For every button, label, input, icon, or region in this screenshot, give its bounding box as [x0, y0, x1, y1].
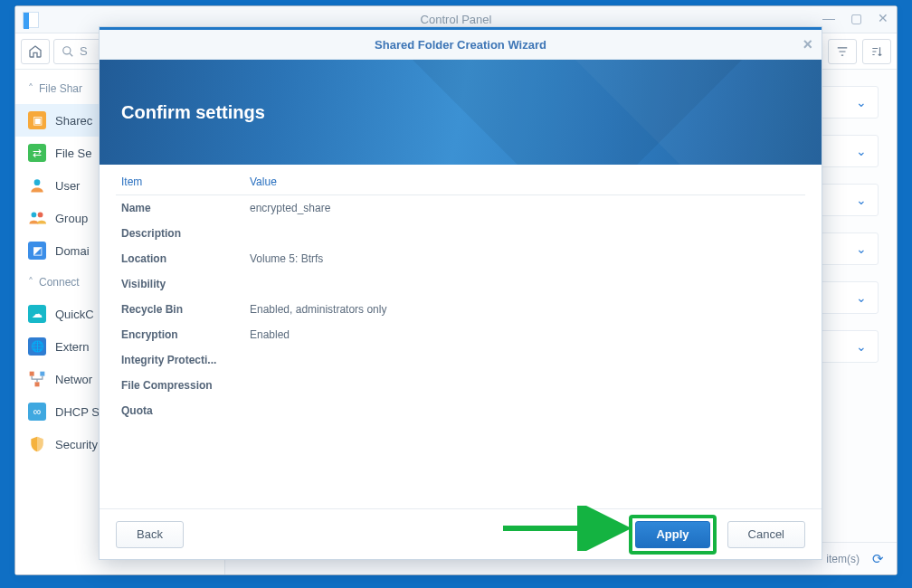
grid-row: File Compression [116, 373, 805, 398]
cell-label: Integrity Protecti... [116, 354, 248, 366]
svg-point-3 [38, 213, 43, 218]
sidebar-item-label: Security [55, 438, 98, 451]
cell-label: Encryption [116, 328, 248, 341]
dhcp-icon: ∞ [28, 403, 46, 421]
close-icon[interactable]: × [803, 35, 812, 54]
svg-rect-5 [40, 372, 44, 376]
section-label: Connect [39, 276, 80, 289]
back-button[interactable]: Back [116, 521, 184, 548]
globe-icon: 🌐 [28, 337, 46, 356]
dialog-footer: Back Apply Cancel [100, 508, 822, 559]
chevron-up-icon: ˄ [28, 82, 33, 95]
sidebar-item-label: User [55, 179, 80, 193]
home-button[interactable] [21, 39, 50, 64]
chevron-down-icon: ⌄ [856, 193, 867, 207]
chevron-down-icon: ⌄ [856, 95, 867, 109]
sort-button[interactable] [862, 39, 891, 64]
grid-row: Description [116, 221, 805, 246]
cell-label: Quota [116, 404, 248, 417]
chevron-down-icon: ⌄ [856, 290, 867, 305]
shield-icon [28, 435, 46, 453]
minimize-icon[interactable]: — [821, 10, 837, 26]
section-label: File Shar [39, 82, 82, 95]
cancel-button[interactable]: Cancel [727, 521, 805, 548]
svg-point-1 [34, 179, 41, 185]
sidebar-item-label: Domai [55, 244, 90, 258]
window-controls: — ▢ ✕ [821, 10, 891, 26]
home-icon [28, 44, 43, 59]
cell-label: Recycle Bin [116, 303, 248, 316]
cell-label: Description [116, 227, 248, 240]
dialog-body: Item Value Nameencrypted_share Descripti… [100, 165, 822, 508]
grid-row: Visibility [116, 271, 805, 297]
app-icon [23, 12, 39, 28]
grid-row: LocationVolume 5: Btrfs [116, 246, 805, 271]
cell-label: Name [116, 202, 248, 214]
search-icon [62, 45, 74, 58]
svg-rect-4 [30, 372, 34, 376]
grid-row: Quota [116, 398, 805, 423]
sidebar-item-label: QuickC [55, 308, 94, 321]
filter-icon [836, 45, 849, 58]
chevron-down-icon: ⌄ [856, 242, 867, 256]
apply-button[interactable]: Apply [635, 521, 709, 548]
items-count: item(s) [826, 553, 860, 565]
sidebar-item-label: Group [55, 212, 88, 225]
sidebar-item-label: DHCP S [55, 405, 100, 419]
dialog-title-text: Shared Folder Creation Wizard [375, 38, 546, 52]
grid-row: Integrity Protecti... [116, 347, 805, 373]
grid-row: Nameencrypted_share [116, 195, 805, 221]
cell-value: Enabled [248, 328, 805, 341]
network-icon [28, 370, 46, 388]
svg-rect-6 [35, 382, 40, 386]
chevron-down-icon: ⌄ [856, 144, 867, 158]
maximize-icon[interactable]: ▢ [848, 10, 864, 26]
column-value[interactable]: Value [248, 175, 805, 188]
chevron-down-icon: ⌄ [856, 339, 867, 354]
grid-header: Item Value [116, 168, 805, 195]
grid-row: EncryptionEnabled [116, 322, 805, 347]
group-icon [28, 209, 46, 227]
chevron-up-icon: ˄ [28, 276, 33, 289]
dialog-hero: Confirm settings [100, 60, 822, 165]
cell-label: Location [116, 252, 248, 265]
user-icon [28, 176, 46, 194]
svg-point-2 [32, 213, 37, 218]
cell-value: encrypted_share [248, 202, 805, 214]
cell-value: Enabled, administrators only [248, 303, 805, 316]
refresh-button[interactable]: ⟳ [872, 551, 884, 567]
cloud-icon: ☁ [28, 305, 46, 323]
sidebar-item-label: Extern [55, 340, 90, 354]
id-icon: ◩ [28, 242, 46, 260]
close-window-icon[interactable]: ✕ [875, 10, 891, 26]
grid-row: Recycle BinEnabled, administrators only [116, 297, 805, 322]
column-item[interactable]: Item [116, 175, 248, 188]
cell-label: File Compression [116, 379, 248, 392]
dialog-title: Shared Folder Creation Wizard × [100, 30, 822, 60]
cell-value: Volume 5: Btrfs [248, 252, 805, 265]
search-placeholder: S [80, 44, 88, 58]
sort-icon [870, 45, 883, 58]
window-title: Control Panel [421, 13, 492, 26]
svg-point-0 [63, 46, 71, 53]
sidebar-item-label: Networ [55, 373, 92, 386]
apply-highlight-annotation: Apply [629, 515, 716, 555]
filter-button[interactable] [828, 39, 857, 64]
sidebar-item-label: File Se [55, 147, 91, 160]
shared-folder-wizard-dialog: Shared Folder Creation Wizard × Confirm … [99, 26, 822, 560]
swap-icon: ⇄ [28, 144, 46, 162]
folder-icon: ▣ [28, 111, 46, 129]
cell-label: Visibility [116, 278, 248, 290]
hero-title: Confirm settings [121, 102, 265, 123]
sidebar-item-label: Sharec [55, 114, 92, 128]
